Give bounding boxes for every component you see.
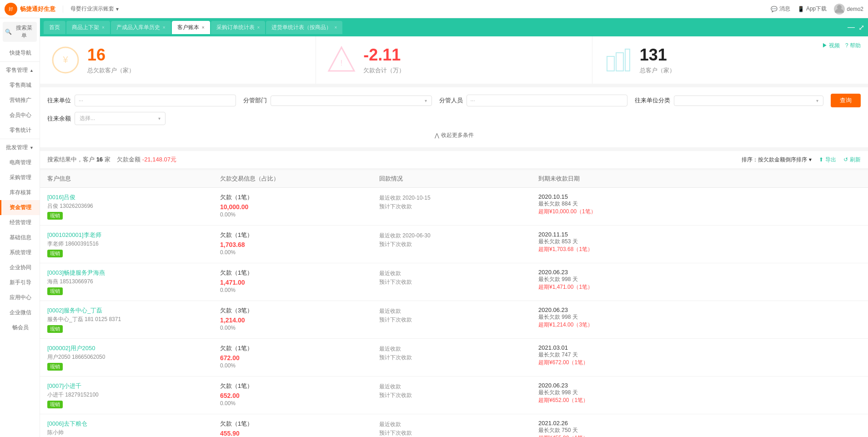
customer-name[interactable]: [0016]吕俊: [47, 193, 220, 201]
export-btn[interactable]: ⬆ 导出: [819, 156, 836, 164]
video-btn[interactable]: ▶ 视频: [822, 42, 840, 50]
sidebar-item-basic-info[interactable]: 基础信息: [0, 230, 40, 245]
sidebar-label: 新手引导: [10, 279, 31, 286]
overdue[interactable]: 超期¥652.00（1笔）: [538, 397, 861, 404]
unit-class-select[interactable]: ▾: [674, 95, 823, 106]
due-cell: 2021.03.01 最长欠款 747 天 超期¥672.00（1笔）: [538, 344, 861, 367]
tab-purchase-stats[interactable]: 采购订单统计表 ×: [211, 21, 266, 34]
refresh-btn[interactable]: ↺ 刷新: [843, 156, 861, 164]
sidebar-item-batch-mgmt[interactable]: 批发管理 ▼: [0, 140, 40, 155]
debt-amount[interactable]: 1,471.00: [220, 279, 379, 286]
dept-select[interactable]: ▾: [271, 95, 432, 106]
collapse-btn[interactable]: ⋀ 收起更多条件: [47, 130, 861, 141]
debt-amount[interactable]: 10,000.00: [220, 203, 379, 211]
user-area[interactable]: demo2: [834, 4, 863, 15]
sidebar-item-purchase[interactable]: 采购管理: [0, 170, 40, 185]
sidebar-item-corp-wechat[interactable]: 企业微信: [0, 305, 40, 320]
customer-tag: 现销: [47, 250, 63, 257]
debt-amount[interactable]: 672.00: [220, 354, 379, 362]
filter-row-1: 往来单位 ··· 分管部门 ▾: [47, 94, 861, 107]
sidebar-item-business[interactable]: 经营管理: [0, 215, 40, 230]
divider-2: [0, 139, 40, 139]
recover-cell: 最近收款 预计下次收款: [379, 306, 538, 324]
result-info: 搜索结果中，客户 16 家 欠款金额 -21,148.07元: [47, 156, 176, 164]
customer-name[interactable]: [0001020001]李老师: [47, 231, 220, 239]
tab-close-icon[interactable]: ×: [102, 25, 105, 30]
sidebar-item-retail-mgmt[interactable]: 零售管理 ▲: [0, 63, 40, 78]
search-btn[interactable]: 查询: [831, 94, 861, 107]
sidebar-item-retail-stats[interactable]: 零售统计: [0, 123, 40, 138]
tab-production-history[interactable]: 产成品入库单历史 ×: [111, 21, 171, 34]
due-cell: 2020.11.15 最长欠款 853 天 超期¥1,703.68（1笔）: [538, 231, 861, 253]
customer-name[interactable]: [0003]畅捷服务尹海燕: [47, 269, 220, 277]
message-btn[interactable]: 💬 消息: [771, 5, 790, 13]
store-selector[interactable]: 母婴行业演示账套 ▾: [70, 5, 119, 13]
divider: [63, 5, 63, 13]
sidebar-item-enterprise[interactable]: 企业协同: [0, 260, 40, 275]
from-unit-input[interactable]: ···: [75, 95, 236, 106]
sidebar-label: 资金管理: [10, 204, 31, 211]
debt-ratio: 0.00%: [220, 211, 379, 218]
sidebar-item-member[interactable]: 会员中心: [0, 108, 40, 123]
tab-customer-account[interactable]: 客户账本 ×: [172, 21, 210, 34]
customer-name[interactable]: [0007]小进千: [47, 382, 220, 390]
sidebar-item-finance[interactable]: 资金管理: [0, 200, 40, 215]
tabs-minimize-icon[interactable]: —: [848, 23, 855, 32]
stat-number-debt-customers: 16: [87, 45, 305, 65]
manager-label: 分管人员: [439, 96, 463, 105]
sidebar-item-system[interactable]: 系统管理: [0, 245, 40, 260]
sidebar-item-app-center[interactable]: 应用中心: [0, 290, 40, 305]
overdue[interactable]: 超期¥455.90（1笔）: [538, 434, 861, 437]
sidebar-label: 零售管理: [6, 66, 28, 74]
stat-label-total-customers: 总客户（家）: [640, 66, 857, 75]
debt-info-cell: 欠款（1笔） 1,471.00 0.00%: [220, 269, 379, 293]
remaining-select[interactable]: 选择... ▾: [75, 112, 166, 125]
sidebar-item-quick-nav[interactable]: 快捷导航: [0, 45, 40, 60]
tabs-expand-icon[interactable]: ⤢: [858, 23, 864, 32]
search-menu-btn[interactable]: 🔍 搜索菜单: [3, 22, 37, 42]
filter-manager: 分管人员 ···: [439, 95, 628, 106]
sidebar-item-newbie[interactable]: 新手引导: [0, 275, 40, 290]
stat-card-debt-total: ! -2.11 欠款合计（万）: [316, 36, 592, 84]
debt-amount[interactable]: 652.00: [220, 392, 379, 399]
tab-close-icon[interactable]: ×: [334, 25, 337, 30]
due-date: 2021.02.26: [538, 420, 861, 427]
debt-ratio: 0.00%: [220, 362, 379, 369]
overdue[interactable]: 超期¥1,703.68（1笔）: [538, 246, 861, 253]
sidebar-item-inventory[interactable]: 库存核算: [0, 185, 40, 200]
customer-name[interactable]: [0006]去下粮仓: [47, 420, 220, 428]
sidebar-item-marketing[interactable]: 营销推广: [0, 93, 40, 108]
debt-ratio: 0.00%: [220, 249, 379, 256]
overdue[interactable]: 超期¥10,000.00（1笔）: [538, 208, 861, 216]
help-btn[interactable]: ? 帮助: [845, 42, 861, 50]
manager-input[interactable]: ···: [467, 95, 628, 106]
tab-close-icon[interactable]: ×: [163, 25, 166, 30]
customer-name[interactable]: [000002]用户2050: [47, 344, 220, 352]
tab-products-offline[interactable]: 商品上下架 ×: [66, 21, 110, 34]
sidebar-item-ecommerce[interactable]: 电商管理: [0, 155, 40, 170]
tab-import-stats[interactable]: 进货单统计表（按商品） ×: [266, 21, 342, 34]
sort-select[interactable]: 排序：按欠款金额倒序排序 ▾: [742, 156, 812, 164]
tab-close-icon[interactable]: ×: [202, 25, 205, 30]
customer-name[interactable]: [0002]服务中心_丁磊: [47, 306, 220, 315]
sidebar-label: 系统管理: [10, 249, 31, 256]
sidebar-item-vip[interactable]: 畅会员: [0, 320, 40, 335]
tab-home[interactable]: 首页: [44, 21, 65, 34]
collapse-label: 收起更多条件: [441, 131, 474, 139]
app-download-btn[interactable]: 📱 App下载: [798, 5, 827, 13]
overdue[interactable]: 超期¥672.00（1笔）: [538, 359, 861, 367]
col-header-customer: 客户信息: [47, 175, 220, 183]
debt-amount[interactable]: 1,703.68: [220, 241, 379, 248]
debt-amount[interactable]: 455.90: [220, 430, 379, 437]
last-collect: 最近收款: [379, 421, 538, 428]
app-download-label: App下载: [806, 5, 827, 13]
sidebar-item-retail-store[interactable]: 零售商城: [0, 78, 40, 93]
overdue[interactable]: 超期¥1,471.00（1笔）: [538, 283, 861, 291]
tab-label: 商品上下架: [72, 24, 99, 31]
tab-close-icon[interactable]: ×: [257, 25, 260, 30]
debt-amount[interactable]: 1,214.00: [220, 316, 379, 324]
expand-arrow2: ▼: [30, 146, 34, 150]
sidebar-label: 零售统计: [10, 127, 31, 133]
customer-info-cell: [000002]用户2050 用户2050 18665062050 现销: [47, 344, 220, 371]
overdue[interactable]: 超期¥1,214.00（3笔）: [538, 321, 861, 329]
